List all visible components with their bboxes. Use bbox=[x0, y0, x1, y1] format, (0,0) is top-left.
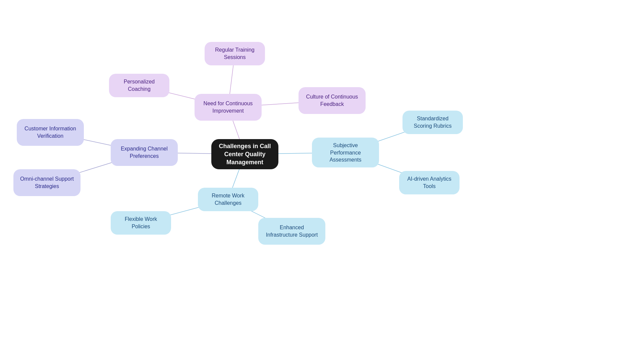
node-standardized-scoring: Standardized Scoring Rubrics bbox=[402, 111, 463, 134]
node-expanding-channel: Expanding Channel Preferences bbox=[111, 139, 178, 166]
node-subjective-performance: Subjective Performance Assessments bbox=[312, 138, 379, 168]
node-personalized-coaching: Personalized Coaching bbox=[109, 74, 169, 97]
node-culture-feedback: Culture of Continuous Feedback bbox=[299, 87, 366, 114]
mind-map-container: Challenges in Call Center Quality Manage… bbox=[0, 0, 644, 363]
node-enhanced-infra: Enhanced Infrastructure Support bbox=[258, 218, 325, 245]
node-flexible-work: Flexible Work Policies bbox=[111, 211, 171, 235]
node-ai-analytics: AI-driven Analytics Tools bbox=[399, 171, 460, 194]
node-remote-work: Remote Work Challenges bbox=[198, 188, 258, 211]
node-customer-info: Customer Information Verification bbox=[17, 119, 84, 146]
center-node: Challenges in Call Center Quality Manage… bbox=[211, 139, 278, 169]
node-omnichannel: Omni-channel Support Strategies bbox=[13, 169, 80, 196]
node-need-continuous: Need for Continuous Improvement bbox=[195, 94, 262, 121]
node-regular-training: Regular Training Sessions bbox=[205, 42, 265, 65]
connections-svg bbox=[0, 0, 644, 363]
